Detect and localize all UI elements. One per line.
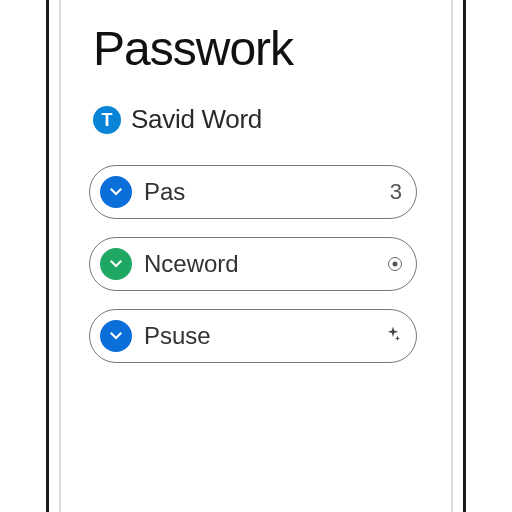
phone-body: Passwork T Savid Word Pas 3 Ncew xyxy=(46,0,466,512)
password-list: Pas 3 Nceword Psuse xyxy=(89,165,417,363)
screen: Passwork T Savid Word Pas 3 Ncew xyxy=(71,0,441,512)
sparkle-icon xyxy=(384,323,402,349)
list-item[interactable]: Psuse xyxy=(89,309,417,363)
saved-link[interactable]: T Savid Word xyxy=(93,104,417,135)
list-item[interactable]: Pas 3 xyxy=(89,165,417,219)
count-badge: 3 xyxy=(384,179,402,205)
saved-link-label: Savid Word xyxy=(131,104,262,135)
info-icon: T xyxy=(93,106,121,134)
list-item-label: Psuse xyxy=(144,322,372,350)
list-item-label: Pas xyxy=(144,178,372,206)
masked-dot-icon xyxy=(384,251,402,277)
chevron-down-icon xyxy=(100,320,132,352)
chevron-down-icon xyxy=(100,248,132,280)
list-item-label: Nceword xyxy=(144,250,372,278)
page-title: Passwork xyxy=(93,21,417,76)
list-item[interactable]: Nceword xyxy=(89,237,417,291)
phone-mock: Passwork T Savid Word Pas 3 Ncew xyxy=(46,0,466,512)
chevron-down-icon xyxy=(100,176,132,208)
